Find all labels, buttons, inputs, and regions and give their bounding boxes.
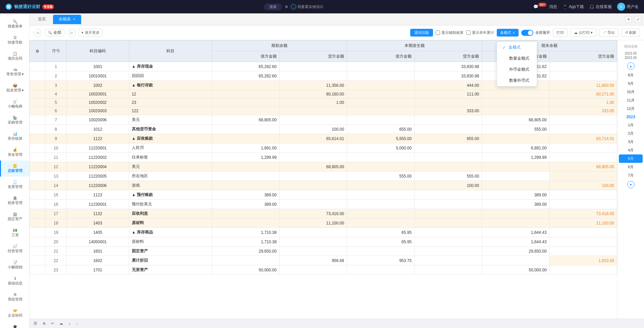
current-credit-cell [415, 256, 482, 265]
opening-debit-cell [212, 172, 279, 181]
row-name: 预付款美元 [129, 200, 212, 209]
message-btn[interactable]: 💬 99+ 消息 [533, 4, 557, 10]
closing-credit-v [549, 62, 617, 71]
nav-forward-btn[interactable]: ▷ [68, 29, 76, 37]
tab-expand-btn[interactable]: ⤢ [635, 16, 641, 23]
demo-btn[interactable]: ○ 我要看实例演示 [291, 4, 323, 9]
sidebar-item-expense[interactable]: 📝 小畅报销 [0, 257, 29, 273]
sidebar-item-assets[interactable]: 🏢 固定资产 [0, 209, 29, 225]
add-icon[interactable]: ⊕ [43, 321, 46, 326]
sidebar-item-invoice[interactable]: 🧾 发票管理 [0, 177, 29, 193]
sidebar-item-salary[interactable]: 💵 工资 [0, 225, 29, 241]
mode-option-4[interactable]: 数量外币式 [497, 75, 537, 86]
period-down-btn[interactable]: ▼ [627, 181, 635, 188]
settings-icon-top[interactable]: ⚙ [285, 5, 288, 9]
period-8[interactable]: 8月 [618, 71, 644, 79]
period-1[interactable]: 1月 [618, 121, 644, 129]
sidebar-item-cooperation[interactable]: 🤝 企业协同 [0, 305, 29, 321]
sidebar-item-quick-nav[interactable]: ☰ 快捷导航 [0, 32, 29, 48]
expand-all-toggle[interactable]: 全部展开 [521, 30, 550, 36]
search-box: 🔍 全部 [44, 29, 65, 37]
search-bar[interactable]: 搜索 [264, 3, 282, 10]
sidebar-item-ecommerce[interactable]: 🛒 小畅电商 [0, 96, 29, 112]
mode-option-2[interactable]: 数量金额式 [497, 53, 537, 64]
nav-back-btn[interactable]: ◁ [34, 29, 42, 37]
current-credit-cell: 444.00 [415, 81, 482, 90]
sidebar-item-system[interactable]: ⚙ 系统管理 [0, 289, 29, 305]
closing-credit-v [549, 172, 617, 181]
return-old-btn[interactable]: 退回旧版 [410, 29, 433, 37]
closing-credit-v [549, 237, 617, 247]
row-name: 12 [129, 90, 212, 99]
sidebar-item-wholesale[interactable]: 📦 批发管理 ▾ [0, 80, 29, 96]
period-2[interactable]: 2月 [618, 129, 644, 138]
sidebar-item-capital[interactable]: 💰 资金管理 [0, 144, 29, 160]
period-up-btn[interactable]: ▲ [627, 62, 635, 70]
search-icon-small: 🔍 [48, 31, 52, 35]
home-icon[interactable]: ⌂ [68, 322, 71, 326]
sidebar-item-ledger[interactable]: 📒 总账管理 [0, 160, 29, 177]
sidebar-item-purchase[interactable]: 🏪 采购管理 [0, 112, 29, 128]
print-btn[interactable]: 打印 [553, 28, 568, 37]
row-name[interactable]: ▲ 预付账款 [129, 190, 212, 200]
user-btn[interactable]: U 用户名 [617, 3, 639, 11]
row-name[interactable]: ▲ 应收账款 [129, 134, 212, 143]
row-settings [30, 71, 45, 81]
row-num: 6 [45, 107, 66, 115]
current-credit-cell [415, 125, 482, 134]
amount-mode-btn[interactable]: 金额式 ∧ [497, 29, 519, 37]
tab-balance[interactable]: 余额表 ✕ [53, 15, 81, 24]
period-9[interactable]: 9月 [618, 79, 644, 88]
lang-btn[interactable]: 英 [34, 321, 37, 326]
mode-option-3[interactable]: 外币金额式 [497, 64, 537, 75]
service-btn[interactable]: 🎧 在线客服 [589, 4, 612, 10]
closing-debit-v: 389.00 [482, 190, 549, 200]
sidebar-item-operation[interactable]: 📈 经营管理 [0, 241, 29, 257]
tab-balance-close[interactable]: ✕ [73, 17, 75, 21]
sidebar-item-search[interactable]: 🔍 搜索菜单 [0, 16, 29, 32]
sync-icon[interactable]: ↑ [76, 322, 78, 326]
toggle-switch-control[interactable] [521, 30, 533, 36]
refresh-btn[interactable]: ↺ 刷新 [621, 28, 640, 37]
opening-credit-cell: 68,805.00 [279, 162, 347, 172]
closing-credit-v [549, 143, 617, 153]
sidebar-item-newbie[interactable]: 🎓 新手引导 [0, 321, 29, 328]
current-debit-cell: 5,555.00 [347, 134, 414, 143]
sidebar-item-tax[interactable]: 🏦 税务管理 [0, 193, 29, 209]
year-check[interactable] [466, 30, 471, 35]
row-name[interactable]: ▲ 银行存款 [129, 81, 212, 90]
export-btn[interactable]: ↗ 导出 [599, 28, 619, 37]
mode-option-1[interactable]: ✓ 金额式 [497, 42, 537, 53]
tab-home[interactable]: 首页 [32, 15, 52, 24]
demo-icon: ○ [291, 4, 296, 9]
period-10[interactable]: 10月 [618, 88, 644, 96]
show-year-checkbox[interactable]: 显示本年累计 [466, 30, 494, 35]
expand-more-btn[interactable]: ▾ 展开更多 [78, 29, 103, 37]
sidebar-item-inventory[interactable]: 📊 库存核算 [0, 128, 29, 144]
period-7[interactable]: 7月 [618, 171, 644, 180]
sidebar-item-retail[interactable]: 🛍 零售管理 ▾ [0, 64, 29, 80]
assist-check[interactable] [436, 30, 440, 35]
row-name[interactable]: ▲ 库存现金 [129, 62, 212, 71]
sidebar-item-basic[interactable]: ℹ 基础信息 [0, 273, 29, 289]
cloud-status-icon[interactable]: ☁ [59, 321, 63, 326]
closing-debit-v [482, 90, 549, 99]
sidebar-item-project[interactable]: 📋 项目合同 [0, 48, 29, 64]
settings-th[interactable]: ⚙ [30, 41, 45, 62]
sidebar-inventory-label: 库存核算 [2, 136, 28, 141]
download-btn[interactable]: 📱 App下载 [562, 4, 584, 10]
cloud-print-btn[interactable]: ☁ 云打印 ▾ [570, 28, 596, 37]
period-5[interactable]: 5月 [619, 154, 643, 163]
row-settings [30, 209, 45, 218]
closing-credit-v [549, 190, 617, 200]
closing-credit-v: 333.00 [549, 107, 617, 115]
edit-icon[interactable]: ✏ [51, 321, 54, 326]
period-12[interactable]: 12月 [618, 105, 644, 113]
period-6[interactable]: 6月 [618, 163, 644, 171]
row-name[interactable]: ▲ 库存商品 [129, 228, 212, 237]
show-assist-checkbox[interactable]: 显示辅助核算 [436, 30, 464, 35]
period-11[interactable]: 11月 [618, 96, 644, 105]
period-4[interactable]: 4月 [618, 146, 644, 154]
period-3[interactable]: 3月 [618, 138, 644, 146]
tab-close-btn[interactable]: ✕ [625, 16, 632, 23]
